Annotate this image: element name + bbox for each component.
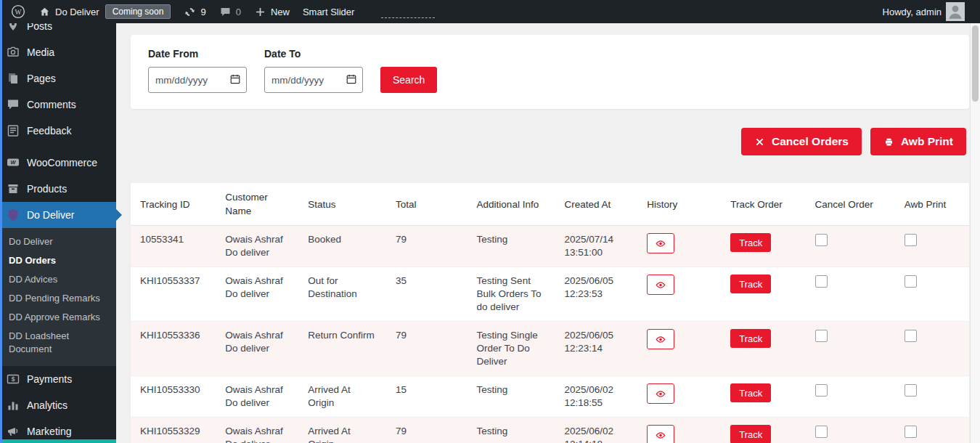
sidebar-item-analytics[interactable]: Analytics [0, 392, 116, 418]
column-header-total: Total [386, 183, 467, 226]
total-cell: 15 [386, 376, 467, 418]
sidebar-item-products[interactable]: Products [0, 176, 116, 202]
awb-print-checkbox[interactable] [905, 330, 917, 342]
track-button[interactable]: Track [730, 275, 771, 293]
submenu-item-dd-pending-remarks[interactable]: DD Pending Remarks [0, 289, 116, 308]
date-to-input[interactable] [264, 67, 363, 93]
submenu-item-do-deliver[interactable]: Do Deliver [0, 232, 116, 251]
awb-print-checkbox[interactable] [905, 234, 917, 246]
date-from-input[interactable] [148, 67, 247, 93]
status-cell: Booked [298, 226, 386, 267]
history-button[interactable] [647, 329, 674, 349]
submenu-item-dd-loadsheet-document[interactable]: DD Loadsheet Document [0, 327, 116, 359]
customer-name-cell: Owais Ashraf Do deliver [216, 418, 298, 443]
submenu-item-dd-advices[interactable]: DD Advices [0, 270, 116, 289]
new-content-link[interactable]: New [248, 0, 296, 23]
total-cell: 79 [386, 226, 467, 267]
date-from-label: Date From [148, 48, 247, 60]
woocommerce-icon [6, 155, 20, 170]
sidebar-bottom-strip [0, 439, 116, 443]
status-cell: Out for Destination [298, 267, 386, 322]
customer-name-cell: Owais Ashraf Do deliver [216, 226, 298, 267]
scrollbar-thumb[interactable] [972, 25, 979, 102]
column-header-track-order: Track Order [721, 183, 805, 226]
site-name-link[interactable]: Do Deliver Coming soon [32, 0, 177, 23]
track-order-cell: Track [721, 418, 805, 443]
table-row: KHI10553329 Owais Ashraf Do deliver Arri… [131, 418, 969, 443]
history-cell [637, 267, 721, 322]
additional-info-cell: Testing Sent Bulk Orders To do deliver [467, 267, 555, 322]
do-deliver-icon [6, 208, 20, 222]
awb-print-checkbox[interactable] [905, 384, 917, 397]
awb-print-cell [895, 226, 969, 267]
cancel-order-checkbox[interactable] [815, 426, 828, 438]
history-cell [637, 376, 721, 418]
admin-sidebar: Posts Media Pages Comments Feedback WooC… [0, 23, 116, 443]
orders-table-header-row: Tracking IDCustomer NameStatusTotalAddit… [131, 183, 969, 226]
awb-print-button[interactable]: Awb Print [870, 128, 966, 155]
coming-soon-badge: Coming soon [105, 4, 171, 19]
track-button[interactable]: Track [730, 383, 771, 402]
sidebar-item-feedback[interactable]: Feedback [0, 118, 116, 144]
sidebar-item-label: Feedback [27, 125, 71, 137]
history-button[interactable] [647, 383, 674, 404]
track-button[interactable]: Track [730, 233, 771, 252]
total-cell: 79 [386, 322, 467, 376]
cancel-orders-button[interactable]: Cancel Orders [741, 128, 862, 155]
sidebar-item-media[interactable]: Media [0, 39, 116, 65]
cancel-order-checkbox[interactable] [815, 275, 828, 288]
awb-print-checkbox[interactable] [905, 275, 917, 288]
history-button[interactable] [647, 425, 674, 443]
comments-link[interactable]: 0 [213, 0, 248, 23]
wordpress-logo-icon [11, 4, 25, 19]
wordpress-menu[interactable] [4, 0, 32, 23]
additional-info-cell: Testing [467, 376, 555, 418]
customer-name-cell: Owais Ashraf Do deliver [216, 267, 298, 322]
eye-icon [654, 238, 667, 249]
column-header-customer-name: Customer Name [216, 183, 298, 226]
x-mark-icon [754, 137, 765, 147]
awb-print-cell [895, 322, 969, 376]
sidebar-item-label: Comments [27, 99, 76, 110]
sidebar-item-label: Do Deliver [27, 209, 74, 221]
howdy-account-link[interactable]: Howdy, admin [876, 0, 971, 23]
track-order-cell: Track [721, 322, 805, 376]
orders-table-body: 10553341 Owais Ashraf Do deliver Booked … [131, 226, 969, 443]
updates-link[interactable]: 9 [177, 0, 212, 23]
sidebar-item-pages[interactable]: Pages [0, 65, 116, 92]
smart-slider-link[interactable]: Smart Slider [296, 0, 362, 23]
date-to-field: Date To [264, 48, 363, 93]
cancel-order-checkbox[interactable] [815, 384, 828, 397]
tracking-id-cell: KHI10553337 [131, 267, 216, 322]
sidebar-item-do-deliver[interactable]: Do Deliver [0, 202, 116, 228]
awb-print-checkbox[interactable] [905, 426, 917, 438]
cancel-order-checkbox[interactable] [815, 234, 828, 246]
column-header-awb-print: Awb Print [895, 183, 969, 226]
additional-info-cell: Testing [467, 418, 555, 443]
user-avatar [946, 2, 965, 21]
created-at-cell: 2025/06/05 12:23:53 [555, 267, 637, 322]
vertical-scrollbar[interactable] [970, 23, 980, 443]
column-header-tracking-id: Tracking ID [131, 183, 216, 226]
sidebar-item-payments[interactable]: Payments [0, 366, 116, 392]
history-button[interactable] [647, 233, 674, 253]
track-button[interactable]: Track [730, 425, 771, 443]
history-button[interactable] [647, 275, 674, 295]
status-cell: Arrived At Origin [298, 376, 386, 418]
total-cell: 35 [386, 267, 467, 322]
table-row: KHI10553337 Owais Ashraf Do deliver Out … [131, 267, 969, 322]
customer-name-cell: Owais Ashraf Do deliver [216, 376, 298, 418]
additional-info-cell: Testing Single Order To Do Deliver [467, 322, 555, 376]
track-button[interactable]: Track [730, 329, 771, 348]
sidebar-item-comments[interactable]: Comments [0, 92, 116, 118]
search-button[interactable]: Search [380, 67, 437, 93]
sidebar-item-woocommerce[interactable]: WooCommerce [0, 150, 116, 176]
marketing-icon [6, 424, 20, 439]
home-icon [38, 6, 51, 18]
submenu-item-dd-orders[interactable]: DD Orders [0, 251, 116, 270]
cancel-order-checkbox[interactable] [815, 330, 828, 342]
submenu-item-dd-approve-remarks[interactable]: DD Approve Remarks [0, 308, 116, 327]
comment-count: 0 [236, 7, 241, 17]
track-order-cell: Track [721, 226, 805, 267]
eye-icon [654, 389, 667, 399]
